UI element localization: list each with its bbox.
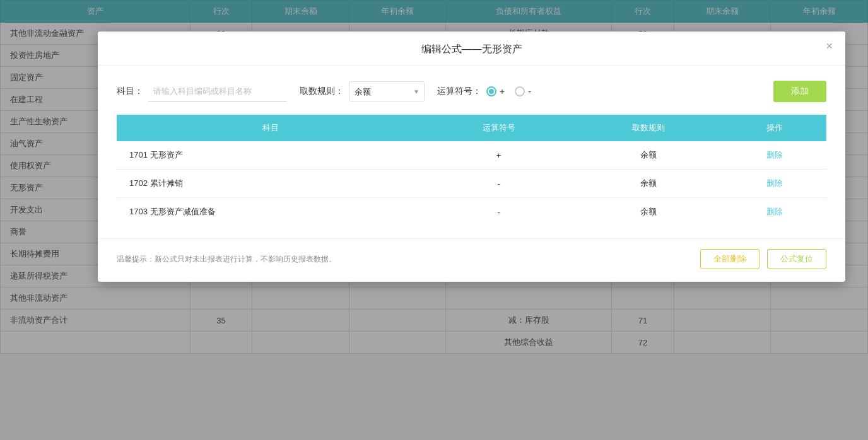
edit-formula-modal: 编辑公式——无形资产 × 科目： 取数规则： 余额 借方余额 贷方余额 借方发生… xyxy=(98,32,845,282)
operator-group: 运算符号： + - xyxy=(437,86,531,97)
col-subject: 科目 xyxy=(117,115,424,141)
radio-plus[interactable]: + xyxy=(486,86,505,96)
rule-group: 取数规则： 余额 借方余额 贷方余额 借方发生额 贷方发生额 ▼ xyxy=(300,81,425,101)
radio-plus-circle xyxy=(486,86,496,96)
cell-operator: - xyxy=(424,170,573,198)
col-action: 操作 xyxy=(723,115,826,141)
modal-title: 编辑公式——无形资产 xyxy=(421,43,522,54)
delete-link[interactable]: 删除 xyxy=(766,207,783,216)
operator-radio-group: + - xyxy=(486,86,531,96)
rule-label: 取数规则： xyxy=(300,86,344,97)
add-button[interactable]: 添加 xyxy=(773,81,826,102)
footer-hint-text: 温馨提示：新公式只对未出报表进行计算，不影响历史报表数据。 xyxy=(117,254,336,265)
table-row: 1702 累计摊销 - 余额 删除 xyxy=(117,170,826,198)
subject-label: 科目： xyxy=(117,86,143,97)
operator-label: 运算符号： xyxy=(437,86,481,97)
footer-buttons: 全部删除 公式复位 xyxy=(700,249,826,269)
cell-rule: 余额 xyxy=(573,141,723,170)
rule-select[interactable]: 余额 借方余额 贷方余额 借方发生额 贷方发生额 xyxy=(349,81,425,101)
modal-header: 编辑公式——无形资产 × xyxy=(98,32,845,66)
table-row: 1703 无形资产减值准备 - 余额 删除 xyxy=(117,198,826,226)
radio-minus-circle xyxy=(515,86,525,96)
radio-plus-label: + xyxy=(500,86,505,96)
close-button[interactable]: × xyxy=(826,40,833,52)
cell-action: 删除 xyxy=(723,141,826,170)
cell-operator: + xyxy=(424,141,573,170)
modal-footer: 温馨提示：新公式只对未出报表进行计算，不影响历史报表数据。 全部删除 公式复位 xyxy=(98,238,845,282)
delete-link[interactable]: 删除 xyxy=(766,150,783,159)
cell-rule: 余额 xyxy=(573,170,723,198)
cell-action: 删除 xyxy=(723,170,826,198)
rule-select-container: 余额 借方余额 贷方余额 借方发生额 贷方发生额 ▼ xyxy=(349,81,425,101)
radio-minus-label: - xyxy=(528,86,531,96)
cell-operator: - xyxy=(424,198,573,226)
table-header-row: 科目 运算符号 取数规则 操作 xyxy=(117,115,826,141)
col-rule: 取数规则 xyxy=(573,115,723,141)
cell-subject: 1703 无形资产减值准备 xyxy=(117,198,424,226)
formula-table: 科目 运算符号 取数规则 操作 1701 无形资产 + 余额 删除 1702 累… xyxy=(117,115,826,226)
cell-rule: 余额 xyxy=(573,198,723,226)
cell-action: 删除 xyxy=(723,198,826,226)
formula-reset-button[interactable]: 公式复位 xyxy=(767,249,826,269)
cell-subject: 1702 累计摊销 xyxy=(117,170,424,198)
radio-minus[interactable]: - xyxy=(515,86,531,96)
delete-all-button[interactable]: 全部删除 xyxy=(700,249,760,269)
delete-link[interactable]: 删除 xyxy=(766,178,783,188)
table-row: 1701 无形资产 + 余额 删除 xyxy=(117,141,826,170)
subject-input[interactable] xyxy=(148,81,287,101)
subject-group: 科目： xyxy=(117,81,287,101)
formula-form-row: 科目： 取数规则： 余额 借方余额 贷方余额 借方发生额 贷方发生额 ▼ xyxy=(117,81,826,102)
col-operator: 运算符号 xyxy=(424,115,573,141)
cell-subject: 1701 无形资产 xyxy=(117,141,424,170)
modal-body: 科目： 取数规则： 余额 借方余额 贷方余额 借方发生额 贷方发生额 ▼ xyxy=(98,66,845,238)
